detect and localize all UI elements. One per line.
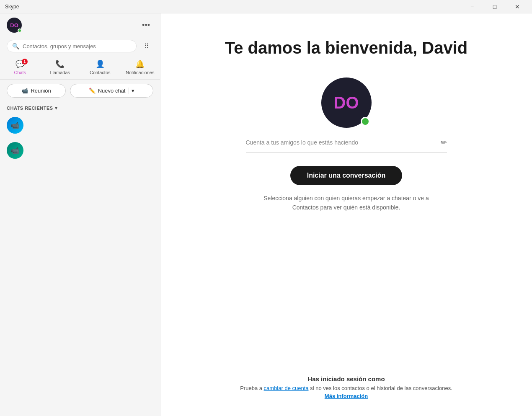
contactos-label: Contactos [90, 70, 111, 75]
more-icon: ••• [142, 21, 150, 29]
action-buttons: 📹 Reunión ✏️ Nuevo chat ▾ [0, 80, 160, 102]
search-bar: 🔍 ⠿ [0, 37, 160, 55]
dropdown-chevron-icon[interactable]: ▾ [129, 88, 134, 94]
chat-avatar-2: 📹 [7, 142, 23, 159]
edit-status-icon[interactable]: ✏ [441, 138, 447, 147]
recent-chats-label: CHATS RECIENTES [7, 106, 53, 111]
nav-tabs: 💬 Chats 1 📞 Llamadas 👤 Contactos 🔔 Notif… [0, 55, 160, 80]
phone-icon: 📞 [55, 59, 65, 69]
titlebar: Skype − □ ✕ [0, 0, 532, 13]
start-conversation-button[interactable]: Iniciar una conversación [290, 166, 403, 185]
profile-avatar-initials: DO [334, 93, 359, 112]
status-bar: Cuenta a tus amigos lo que estás haciend… [246, 138, 447, 152]
tab-notificaciones[interactable]: 🔔 Notificaciones [120, 57, 160, 78]
tab-contactos[interactable]: 👤 Contactos [80, 57, 120, 78]
edit-pencil-icon: ✏️ [89, 88, 96, 94]
video-icon-1: 📹 [11, 121, 19, 129]
welcome-title: Te damos la bienvenida, David [225, 39, 467, 57]
reunion-button[interactable]: 📹 Reunión [7, 84, 66, 98]
signin-text-after: si no ves los contactos o el historial d… [310, 385, 452, 391]
main-content: Te damos la bienvenida, David DO Cuenta … [160, 13, 532, 416]
app-body: DO ••• 🔍 ⠿ 💬 Chats 1 � [0, 13, 532, 416]
chats-badge: 1 [22, 59, 28, 65]
more-info-link[interactable]: Más información [240, 393, 452, 399]
profile-avatar-large[interactable]: DO [321, 78, 372, 128]
recent-chats-header[interactable]: CHATS RECIENTES ▾ [0, 102, 160, 113]
signin-text-before: Prueba a [240, 385, 263, 391]
chat-avatar-1: 📹 [7, 117, 23, 134]
user-avatar[interactable]: DO [7, 18, 22, 33]
list-item[interactable]: 📹 [0, 138, 160, 163]
online-status-large [361, 117, 370, 126]
search-input-wrapper: 🔍 [7, 40, 137, 52]
contacts-icon: 👤 [96, 59, 105, 69]
sidebar-header: DO ••• [0, 13, 160, 37]
llamadas-label: Llamadas [50, 70, 70, 75]
grid-icon: ⠿ [144, 42, 149, 50]
grid-view-button[interactable]: ⠿ [140, 39, 153, 53]
signin-section: Has iniciado sesión como Prueba a cambia… [240, 375, 452, 399]
search-icon: 🔍 [12, 43, 19, 49]
tab-chats[interactable]: 💬 Chats 1 [0, 57, 40, 78]
signin-text: Prueba a cambiar de cuenta si no ves los… [240, 385, 452, 391]
change-account-link[interactable]: cambiar de cuenta [264, 385, 309, 391]
list-item[interactable]: 📹 [0, 113, 160, 138]
sidebar: DO ••• 🔍 ⠿ 💬 Chats 1 � [0, 13, 160, 416]
search-input[interactable] [23, 43, 131, 49]
app-title: Skype [5, 4, 19, 10]
chats-label: Chats [14, 70, 26, 75]
select-someone-text: Selecciona alguien con quien quieras emp… [263, 194, 430, 212]
nuevo-chat-label: Nuevo chat [98, 88, 126, 94]
reunion-label: Reunión [31, 88, 51, 94]
nuevo-chat-button[interactable]: ✏️ Nuevo chat ▾ [70, 84, 153, 98]
maximize-button[interactable]: □ [485, 0, 504, 13]
tab-llamadas[interactable]: 📞 Llamadas [40, 57, 80, 78]
avatar-initials: DO [10, 22, 18, 28]
close-button[interactable]: ✕ [508, 0, 527, 13]
notificaciones-label: Notificaciones [126, 70, 154, 75]
bell-icon: 🔔 [135, 59, 145, 69]
status-placeholder-text: Cuenta a tus amigos lo que estás haciend… [246, 139, 359, 146]
video-icon-2: 📹 [11, 147, 19, 155]
chevron-down-icon: ▾ [55, 105, 57, 111]
online-status-dot [18, 28, 22, 33]
more-options-button[interactable]: ••• [139, 19, 153, 31]
minimize-button[interactable]: − [462, 0, 482, 13]
signin-title: Has iniciado sesión como [240, 375, 452, 382]
reunion-icon: 📹 [21, 88, 28, 94]
window-controls: − □ ✕ [462, 0, 527, 13]
